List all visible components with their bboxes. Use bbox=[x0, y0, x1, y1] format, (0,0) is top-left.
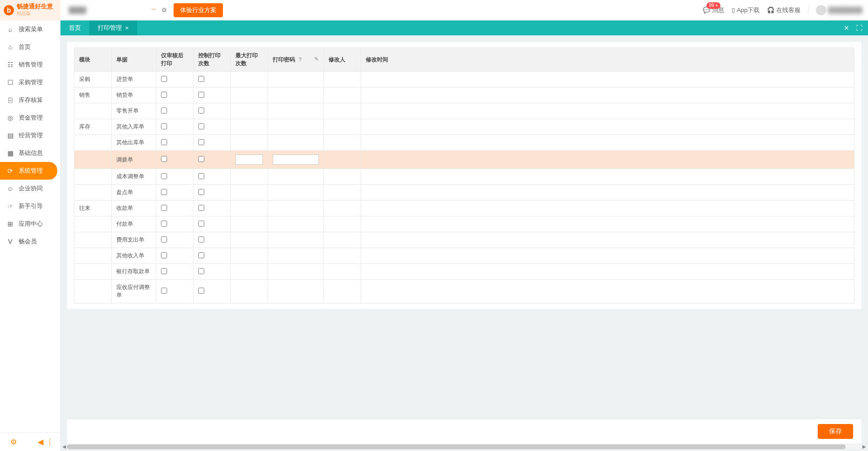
tab-打印管理[interactable]: 打印管理✕ bbox=[89, 20, 137, 35]
online-service-link[interactable]: 🎧 在线客服 bbox=[767, 6, 801, 14]
th-audit: 仅审核后打印 bbox=[156, 48, 194, 72]
ctrl-checkbox[interactable] bbox=[198, 205, 204, 211]
save-button[interactable]: 保存 bbox=[818, 424, 853, 439]
cell-ctrl bbox=[194, 169, 231, 185]
th-time: 修改时间 bbox=[361, 48, 855, 72]
audit-checkbox[interactable] bbox=[161, 76, 167, 82]
ctrl-checkbox[interactable] bbox=[198, 139, 204, 145]
cell-pwd bbox=[268, 72, 324, 88]
ctrl-checkbox[interactable] bbox=[198, 92, 204, 98]
help-icon[interactable]: ? bbox=[298, 56, 302, 63]
audit-checkbox[interactable] bbox=[161, 288, 167, 294]
brand-edition: 精品版 bbox=[17, 10, 53, 17]
sidebar-item-home[interactable]: ⌂首页 bbox=[0, 38, 60, 56]
scrollbar-thumb[interactable] bbox=[67, 444, 846, 449]
audit-checkbox[interactable] bbox=[161, 92, 167, 98]
app-download-label: App下载 bbox=[737, 6, 760, 14]
sidebar-settings-icon[interactable]: ⚙ bbox=[10, 438, 17, 446]
tab-首页[interactable]: 首页 bbox=[61, 20, 89, 35]
table-row: 往来收款单 bbox=[74, 201, 855, 216]
audit-checkbox[interactable] bbox=[161, 108, 167, 114]
cell-module bbox=[74, 216, 112, 232]
topbar: b 畅捷通好生意 精品版 ████ ﹀ ⚙ 体验行业方案 💬 消息 99 + ▯… bbox=[0, 0, 868, 20]
sidebar: ⌕搜索菜单⌂首页☷销售管理☐采购管理⌸库存核算◎资金管理▤经营管理▦基础信息⟳系… bbox=[0, 20, 61, 451]
ctrl-checkbox[interactable] bbox=[198, 268, 204, 274]
audit-checkbox[interactable] bbox=[161, 123, 167, 129]
tab-close-all-icon[interactable]: ✕ bbox=[844, 24, 849, 32]
audit-checkbox[interactable] bbox=[161, 173, 167, 179]
audit-checkbox[interactable] bbox=[161, 189, 167, 195]
sidebar-item-collab[interactable]: ☺企业协同 bbox=[0, 180, 60, 197]
cell-user bbox=[324, 280, 361, 303]
cell-doc: 付款单 bbox=[112, 216, 156, 232]
logo[interactable]: b 畅捷通好生意 精品版 bbox=[0, 0, 61, 20]
audit-checkbox[interactable] bbox=[161, 139, 167, 145]
cell-pwd bbox=[268, 280, 324, 303]
ctrl-checkbox[interactable] bbox=[198, 173, 204, 179]
sidebar-item-system[interactable]: ⟳系统管理 bbox=[0, 162, 57, 180]
tab-close-icon[interactable]: ✕ bbox=[125, 25, 129, 31]
horizontal-scrollbar[interactable]: ◀ ▶ bbox=[67, 444, 861, 449]
operation-icon: ▤ bbox=[7, 132, 14, 139]
cell-max bbox=[231, 216, 268, 232]
audit-checkbox[interactable] bbox=[161, 268, 167, 274]
cell-ctrl bbox=[194, 72, 231, 88]
max-print-input[interactable] bbox=[236, 155, 263, 165]
sidebar-item-funds[interactable]: ◎资金管理 bbox=[0, 109, 60, 127]
cell-time bbox=[361, 119, 855, 135]
sidebar-item-basic-info[interactable]: ▦基础信息 bbox=[0, 144, 60, 162]
sidebar-item-purchase[interactable]: ☐采购管理 bbox=[0, 74, 60, 91]
cell-user bbox=[324, 248, 361, 264]
ctrl-checkbox[interactable] bbox=[198, 123, 204, 129]
sidebar-item-guide[interactable]: ☞新手引导 bbox=[0, 197, 60, 215]
audit-checkbox[interactable] bbox=[161, 236, 167, 242]
audit-checkbox[interactable] bbox=[161, 252, 167, 258]
sidebar-item-label: 应用中心 bbox=[19, 220, 43, 228]
funds-icon: ◎ bbox=[7, 114, 14, 121]
cell-user bbox=[324, 72, 361, 88]
print-management-panel: 模块 单据 仅审核后打印 控制打印次数 最大打印次数 打印密码 ? ✎ bbox=[67, 42, 861, 309]
sales-icon: ☷ bbox=[7, 61, 14, 68]
tab-label: 打印管理 bbox=[98, 24, 122, 32]
ctrl-checkbox[interactable] bbox=[198, 236, 204, 242]
sidebar-item-inventory[interactable]: ⌸库存核算 bbox=[0, 91, 60, 109]
ctrl-checkbox[interactable] bbox=[198, 108, 204, 114]
print-password-input[interactable] bbox=[273, 155, 319, 165]
tenant-name[interactable]: ████ bbox=[69, 7, 86, 13]
cell-doc: 零售开单 bbox=[112, 103, 156, 119]
sidebar-item-sales[interactable]: ☷销售管理 bbox=[0, 56, 60, 74]
ctrl-checkbox[interactable] bbox=[198, 221, 204, 227]
ctrl-checkbox[interactable] bbox=[198, 156, 204, 162]
online-service-label: 在线客服 bbox=[776, 6, 801, 14]
sidebar-item-vip[interactable]: V畅会员 bbox=[0, 233, 60, 250]
ctrl-checkbox[interactable] bbox=[198, 189, 204, 195]
audit-checkbox[interactable] bbox=[161, 221, 167, 227]
scroll-right-icon[interactable]: ▶ bbox=[862, 444, 866, 449]
ctrl-checkbox[interactable] bbox=[198, 76, 204, 82]
edit-column-icon[interactable]: ✎ bbox=[314, 56, 319, 62]
cell-pwd bbox=[268, 216, 324, 232]
scroll-left-icon[interactable]: ◀ bbox=[62, 444, 66, 449]
user-menu[interactable]: ████████ bbox=[816, 5, 862, 15]
sidebar-item-label: 系统管理 bbox=[19, 167, 43, 175]
cell-pwd bbox=[268, 119, 324, 135]
cell-user bbox=[324, 232, 361, 248]
cell-audit bbox=[156, 185, 194, 201]
messages-link[interactable]: 💬 消息 99 + bbox=[703, 6, 724, 14]
tenant-chevron-icon[interactable]: ﹀ bbox=[151, 6, 157, 14]
audit-checkbox[interactable] bbox=[161, 156, 167, 162]
settings-icon[interactable]: ⚙ bbox=[161, 7, 167, 13]
sidebar-item-operation[interactable]: ▤经营管理 bbox=[0, 127, 60, 144]
ctrl-checkbox[interactable] bbox=[198, 252, 204, 258]
logo-icon: b bbox=[4, 5, 14, 15]
table-row: 费用支出单 bbox=[74, 232, 855, 248]
fullscreen-icon[interactable]: ⛶ bbox=[856, 24, 862, 32]
sidebar-collapse-icon[interactable]: ◀⎹ bbox=[38, 438, 50, 446]
app-download-link[interactable]: ▯ App下载 bbox=[732, 6, 760, 14]
sidebar-item-apps[interactable]: ⊞应用中心 bbox=[0, 215, 60, 233]
industry-plan-button[interactable]: 体验行业方案 bbox=[174, 3, 223, 17]
ctrl-checkbox[interactable] bbox=[198, 288, 204, 294]
sidebar-item-search-menu[interactable]: ⌕搜索菜单 bbox=[0, 20, 60, 38]
cell-pwd bbox=[268, 169, 324, 185]
audit-checkbox[interactable] bbox=[161, 205, 167, 211]
